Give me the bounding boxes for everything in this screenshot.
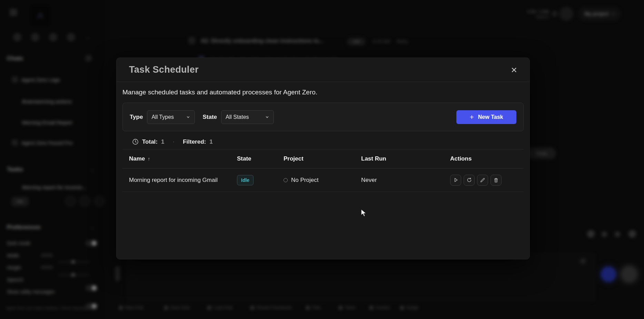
- column-header-name[interactable]: Name↑: [129, 155, 237, 162]
- reload-icon[interactable]: [464, 175, 475, 186]
- filter-bar: Type All Types State All States + New Ta…: [122, 103, 524, 131]
- total-value: 1: [161, 138, 164, 145]
- column-header-state[interactable]: State: [237, 155, 284, 162]
- status-badge: Idle: [237, 175, 254, 185]
- type-filter-label: Type: [130, 114, 143, 121]
- column-header-lastrun[interactable]: Last Run: [361, 155, 450, 162]
- new-task-button[interactable]: + New Task: [456, 110, 516, 124]
- chevron-down-icon: [265, 115, 269, 119]
- column-header-project[interactable]: Project: [284, 155, 361, 162]
- clock-icon: [132, 138, 139, 145]
- stats-separator: ·: [172, 138, 175, 145]
- task-name: Morning report for incoming Gmail: [129, 177, 237, 184]
- total-label: Total:: [142, 138, 158, 145]
- column-header-actions: Actions: [450, 155, 524, 162]
- project-name: No Project: [291, 177, 318, 184]
- run-task-icon[interactable]: [450, 175, 461, 186]
- project-circle-icon: [284, 178, 288, 182]
- task-stats-row: Total: 1 · Filtered: 1: [122, 134, 524, 150]
- table-header-row: Name↑ State Project Last Run Actions: [122, 150, 524, 168]
- task-scheduler-modal: Task Scheduler × Manage scheduled tasks …: [116, 58, 530, 259]
- table-row[interactable]: Morning report for incoming Gmail Idle N…: [122, 168, 524, 192]
- last-run-value: Never: [361, 177, 450, 184]
- state-filter-label: State: [202, 114, 217, 121]
- modal-subtitle: Manage scheduled tasks and automated pro…: [122, 89, 524, 96]
- type-select[interactable]: All Types: [147, 110, 195, 124]
- mouse-cursor: [360, 209, 368, 218]
- filtered-value: 1: [209, 138, 212, 145]
- sort-ascending-icon: ↑: [148, 156, 150, 162]
- chevron-down-icon: [186, 115, 190, 119]
- edit-icon[interactable]: [477, 175, 488, 186]
- new-task-label: New Task: [478, 114, 503, 120]
- close-icon[interactable]: ×: [509, 65, 519, 75]
- plus-icon: +: [470, 113, 474, 121]
- type-select-value: All Types: [151, 114, 174, 120]
- state-select-value: All States: [226, 114, 249, 120]
- state-select[interactable]: All States: [221, 110, 274, 124]
- delete-icon[interactable]: [491, 175, 502, 186]
- modal-header: Task Scheduler ×: [117, 58, 529, 82]
- modal-title: Task Scheduler: [129, 64, 509, 75]
- filtered-label: Filtered:: [183, 138, 206, 145]
